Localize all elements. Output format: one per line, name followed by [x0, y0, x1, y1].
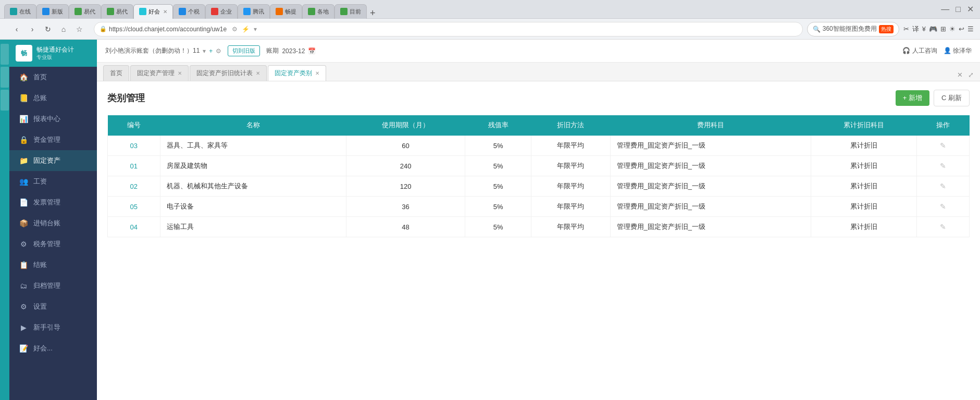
scissors-icon[interactable]: ✂	[903, 25, 909, 33]
wallet-icon[interactable]: ¥	[922, 25, 926, 33]
user-avatar[interactable]: 👤 徐泽华	[944, 46, 972, 55]
expand-window-button[interactable]: ⤢	[968, 71, 974, 79]
sidebar-item-home[interactable]: 🏠 首页	[9, 67, 97, 88]
cell-accum: 累计折旧	[811, 176, 917, 197]
quick-item-2[interactable]	[1, 67, 9, 88]
close-tab-depreciation-stats[interactable]: ✕	[256, 70, 260, 76]
col-header-code: 编号	[108, 115, 160, 136]
address-bar: ‹ › ↻ ⌂ ☆ 🔒 https://cloud.chanjet.com/ac…	[0, 19, 980, 40]
cell-method: 年限平均	[531, 176, 610, 197]
search-box[interactable]: 🔍 360智能抠图免费用 热搜	[807, 22, 899, 37]
tab-home[interactable]: 首页	[103, 65, 129, 81]
sidebar-item-tax[interactable]: ⚙ 税务管理	[9, 234, 97, 254]
forward-button[interactable]: ›	[26, 23, 39, 35]
add-account-button[interactable]: +	[209, 47, 213, 55]
cell-residual: 5%	[465, 217, 531, 237]
maximize-button[interactable]: □	[956, 5, 961, 14]
minimize-button[interactable]: —	[941, 5, 949, 14]
browser-tab-online[interactable]: 在线	[4, 4, 36, 19]
close-tab-fixed-asset-manage[interactable]: ✕	[178, 70, 182, 76]
sidebar-item-ledger[interactable]: 📒 总账	[9, 88, 97, 108]
ledger-icon: 📒	[19, 93, 28, 103]
close-tab-asset-category[interactable]: ✕	[315, 70, 319, 76]
cell-action: ✎	[917, 176, 970, 197]
header-actions: + 新增 C 刷新	[896, 90, 970, 106]
reload-button[interactable]: ↻	[42, 23, 54, 35]
new-tab-button[interactable]: +	[367, 8, 379, 19]
logo-icon: 畅	[16, 45, 32, 62]
tab-icon-yidai1	[75, 8, 82, 15]
address-field[interactable]: 🔒 https://cloud.chanjet.com/accounting/u…	[94, 22, 803, 37]
ai-consult-button[interactable]: 🎧 人工咨询	[902, 46, 937, 55]
content-area: 类别管理 + 新增 C 刷新 编号 名称 使用期限（月） 残值率 折旧方法 费用…	[97, 81, 980, 400]
sidebar-item-inventory[interactable]: 📦 进销台账	[9, 213, 97, 234]
tab-asset-category[interactable]: 固定资产类别 ✕	[268, 65, 326, 81]
refresh-button[interactable]: C 刷新	[934, 90, 970, 106]
tax-icon: ⚙	[19, 239, 28, 249]
browser-tabs: 在线 新版 易代 易代 好会 ✕ 个税 企业 腾讯	[4, 0, 937, 19]
browser-tab-yidai2[interactable]: 易代	[101, 4, 133, 19]
game-icon[interactable]: 🎮	[929, 25, 937, 33]
sidebar-item-invoice[interactable]: 📄 发票管理	[9, 192, 97, 213]
browser-tab-gedi[interactable]: 各地	[302, 4, 334, 19]
tab-icon-tencent	[243, 8, 251, 15]
tab-close-haohui[interactable]: ✕	[163, 9, 167, 15]
tab-depreciation-stats[interactable]: 固定资产折旧统计表 ✕	[190, 65, 267, 81]
cell-method: 年限平均	[531, 156, 610, 176]
sidebar-item-archive[interactable]: 🗂 归档管理	[9, 275, 97, 296]
browser-tab-yidai1[interactable]: 易代	[69, 4, 101, 19]
browser-tab-muqian[interactable]: 目前	[334, 4, 367, 19]
browser-tab-changt[interactable]: 畅提	[270, 4, 302, 19]
close-window-button[interactable]: ✕	[967, 4, 974, 14]
cell-code: 01	[108, 156, 160, 176]
sidebar-item-settings[interactable]: ⚙ 设置	[9, 296, 97, 317]
cell-period: 60	[346, 136, 465, 156]
brightness-icon[interactable]: ☀	[949, 25, 956, 33]
add-button[interactable]: + 新增	[896, 90, 929, 106]
sidebar-item-funds[interactable]: 🔒 资金管理	[9, 129, 97, 150]
tab-fixed-asset-manage[interactable]: 固定资产管理 ✕	[130, 65, 189, 81]
edit-icon[interactable]: ✎	[940, 162, 946, 170]
cell-expense: 管理费用_固定资产折旧_一级	[610, 197, 811, 217]
col-header-action: 操作	[917, 115, 970, 136]
browser-tab-enterprise[interactable]: 企业	[205, 4, 238, 19]
bookmark-button[interactable]: ☆	[73, 23, 85, 35]
browser-tab-haohui[interactable]: 好会 ✕	[133, 4, 173, 19]
dropdown-chevron-icon[interactable]: ▾	[203, 47, 206, 55]
sidebar-item-guide[interactable]: ▶ 新手引导	[9, 317, 97, 338]
collapse-window-button[interactable]: ✕	[957, 71, 963, 79]
edit-icon[interactable]: ✎	[940, 223, 946, 231]
cell-residual: 5%	[465, 176, 531, 197]
back-button[interactable]: ‹	[10, 23, 23, 35]
home-button[interactable]: ⌂	[57, 23, 70, 35]
browser-tab-tax[interactable]: 个税	[173, 4, 205, 19]
quick-item-3[interactable]	[1, 90, 9, 111]
edit-icon[interactable]: ✎	[940, 202, 946, 211]
quick-item-1[interactable]	[1, 44, 9, 65]
sidebar-item-fixed-assets[interactable]: 📁 固定资产	[9, 150, 97, 171]
translate-icon[interactable]: 译	[912, 25, 919, 34]
browser-tab-new[interactable]: 新版	[36, 4, 69, 19]
sidebar-item-help[interactable]: 📝 好会...	[9, 338, 97, 359]
cell-expense: 管理费用_固定资产折旧_一级	[610, 176, 811, 197]
sidebar-item-checkout[interactable]: 📋 结账	[9, 254, 97, 275]
guide-icon: ▶	[19, 323, 28, 332]
sidebar-header: 畅 畅捷通好会计 专业版	[9, 40, 97, 67]
cell-action: ✎	[917, 156, 970, 176]
grid-icon[interactable]: ⊞	[940, 25, 946, 33]
settings-gear-icon[interactable]: ⚙	[216, 47, 221, 55]
undo-icon[interactable]: ↩	[959, 25, 964, 33]
edit-icon[interactable]: ✎	[940, 182, 946, 190]
menu-icon[interactable]: ☰	[967, 25, 974, 33]
cell-name: 机器、机械和其他生产设备	[160, 176, 346, 197]
version-switch-button[interactable]: 切到旧版	[228, 45, 260, 56]
calendar-icon[interactable]: 📅	[308, 47, 316, 55]
edit-icon[interactable]: ✎	[940, 141, 946, 150]
cell-code: 03	[108, 136, 160, 156]
app-topbar: 刘小艳演示账套（勿删勿动！）11 ▾ + ⚙ 切到旧版 账期 2023-12 📅…	[97, 40, 980, 63]
sidebar-item-reports[interactable]: 📊 报表中心	[9, 108, 97, 129]
funds-icon: 🔒	[19, 135, 28, 144]
sidebar-item-payroll[interactable]: 👥 工资	[9, 171, 97, 192]
browser-tab-tencent[interactable]: 腾讯	[238, 4, 270, 19]
cell-code: 04	[108, 217, 160, 237]
